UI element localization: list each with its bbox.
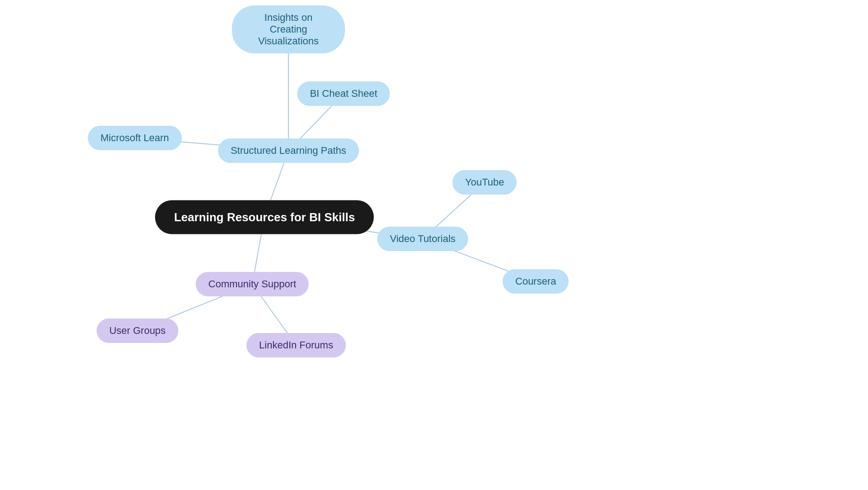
node-label-youtube: YouTube	[465, 176, 504, 188]
node-label-coursera: Coursera	[515, 276, 556, 287]
node-label-insights: Insights on CreatingVisualizations	[245, 12, 332, 47]
node-label-microsoft_learn: Microsoft Learn	[100, 132, 169, 144]
node-linkedin_forums[interactable]: LinkedIn Forums	[246, 333, 346, 357]
node-label-structured_learning: Structured Learning Paths	[231, 145, 346, 157]
node-structured_learning[interactable]: Structured Learning Paths	[218, 138, 359, 163]
node-label-video_tutorials: Video Tutorials	[390, 233, 455, 245]
node-insights[interactable]: Insights on CreatingVisualizations	[232, 5, 345, 53]
node-microsoft_learn[interactable]: Microsoft Learn	[88, 126, 182, 150]
node-video_tutorials[interactable]: Video Tutorials	[377, 227, 468, 251]
node-bi_cheat_sheet[interactable]: BI Cheat Sheet	[297, 81, 390, 106]
node-youtube[interactable]: YouTube	[453, 170, 517, 195]
mindmap-container: Learning Resources for BI SkillsStructur…	[0, 0, 868, 490]
node-community_support[interactable]: Community Support	[196, 272, 309, 296]
node-label-user_groups: User Groups	[109, 325, 166, 337]
node-coursera[interactable]: Coursera	[503, 269, 569, 294]
node-user_groups[interactable]: User Groups	[97, 319, 179, 343]
node-label-bi_cheat_sheet: BI Cheat Sheet	[310, 88, 377, 100]
node-label-community_support: Community Support	[208, 278, 296, 290]
node-center[interactable]: Learning Resources for BI Skills	[155, 200, 374, 234]
node-label-center: Learning Resources for BI Skills	[174, 210, 355, 224]
node-label-linkedin_forums: LinkedIn Forums	[259, 339, 333, 351]
